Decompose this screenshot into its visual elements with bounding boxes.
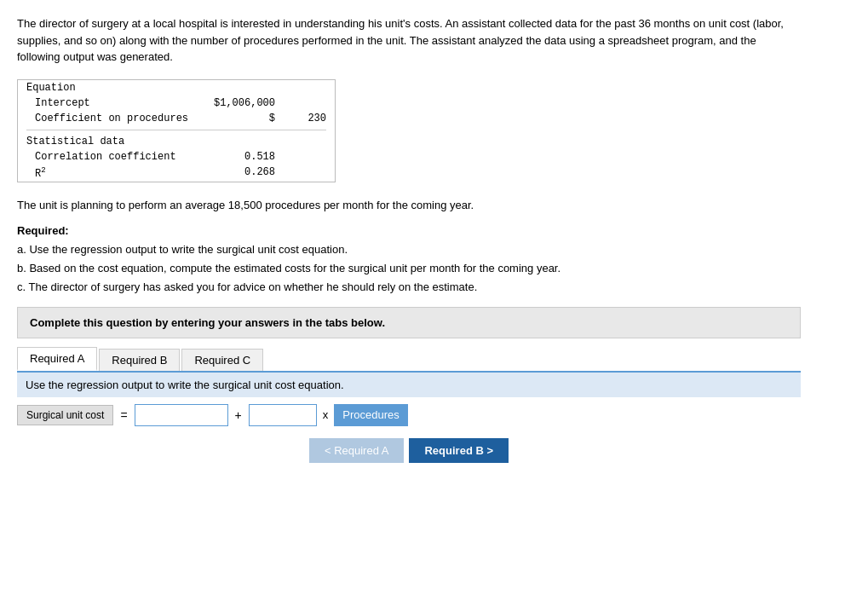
- eq-equals-sign: =: [117, 408, 130, 422]
- correlation-value: 0.518: [205, 149, 284, 165]
- intro-paragraph: The director of surgery at a local hospi…: [17, 15, 801, 66]
- r-squared-label: R2: [18, 165, 205, 182]
- tabs-area: Required A Required B Required C: [17, 347, 801, 373]
- equation-table-container: Equation Intercept $1,006,000 Coefficien…: [17, 79, 336, 182]
- coefficient-label: Coefficient on procedures: [18, 111, 205, 126]
- tab-required-b[interactable]: Required B: [99, 349, 180, 371]
- required-b-text: b. Based on the cost equation, compute t…: [17, 262, 560, 274]
- eq-lhs-label: Surgical unit cost: [17, 405, 113, 425]
- section-equation-label: Equation: [18, 80, 205, 95]
- intercept-value: $1,006,000: [205, 95, 284, 111]
- eq-input-intercept[interactable]: [135, 404, 228, 426]
- tab-required-c[interactable]: Required C: [181, 349, 263, 371]
- required-section: Required: a. Use the regression output t…: [17, 222, 801, 297]
- required-a-text: a. Use the regression output to write th…: [17, 243, 348, 256]
- prev-button[interactable]: < Required A: [309, 438, 405, 463]
- planning-paragraph: The unit is planning to perform an avera…: [17, 199, 801, 211]
- required-c-text: c. The director of surgery has asked you…: [17, 280, 477, 293]
- coefficient-dollar: $: [205, 111, 284, 126]
- complete-box: Complete this question by entering your …: [17, 307, 801, 338]
- r-squared-value: 0.268: [205, 165, 284, 182]
- required-label: Required:: [17, 224, 69, 237]
- eq-procedures-label: Procedures: [334, 404, 407, 426]
- next-button[interactable]: Required B >: [409, 438, 509, 463]
- section-statistical-label: Statistical data: [18, 134, 205, 149]
- correlation-label: Correlation coefficient: [18, 149, 205, 165]
- eq-input-coefficient[interactable]: [249, 404, 317, 426]
- instruction-text: Use the regression output to write the s…: [26, 379, 344, 391]
- coefficient-value: 230: [284, 111, 335, 126]
- equation-row: Surgical unit cost = + x Procedures: [17, 404, 801, 426]
- nav-buttons: < Required A Required B >: [17, 438, 801, 463]
- eq-plus-sign: +: [232, 408, 245, 422]
- intercept-label: Intercept: [18, 95, 205, 111]
- tab-required-a[interactable]: Required A: [17, 347, 97, 371]
- instruction-bar: Use the regression output to write the s…: [17, 373, 801, 397]
- eq-x-sign: x: [320, 408, 331, 421]
